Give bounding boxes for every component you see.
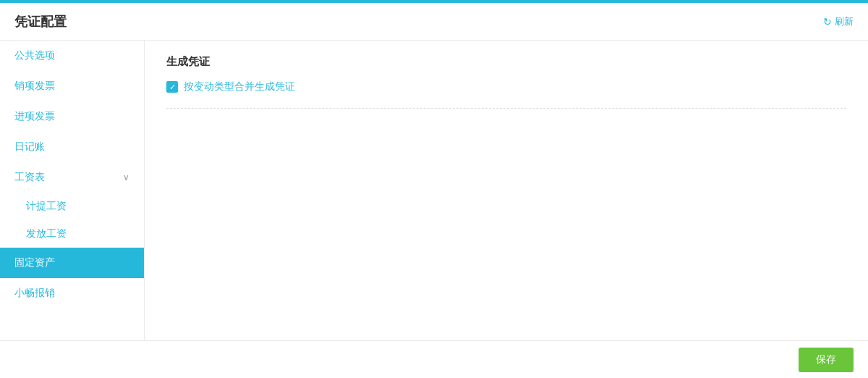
sidebar-item-pay-salary[interactable]: 发放工资 <box>0 220 144 248</box>
merge-checkbox[interactable] <box>166 81 178 93</box>
sidebar-item-label: 工资表 <box>14 171 45 184</box>
section-divider <box>166 108 846 109</box>
checkbox-label: 按变动类型合并生成凭证 <box>184 80 295 93</box>
header: 凭证配置 ↻ 刷新 <box>0 3 868 41</box>
chevron-down-icon: ∨ <box>123 172 129 182</box>
main-content: 生成凭证 按变动类型合并生成凭证 <box>145 41 868 340</box>
sidebar-item-label: 日记账 <box>14 140 45 154</box>
sidebar-item-calc-salary[interactable]: 计提工资 <box>0 193 144 220</box>
sidebar-item-sales-invoice[interactable]: 销项发票 <box>0 71 144 101</box>
checkbox-row: 按变动类型合并生成凭证 <box>166 80 846 93</box>
sidebar-item-label: 公共选项 <box>14 49 55 62</box>
content-area: 公共选项 销项发票 进项发票 日记账 工资表 ∨ 计提工资 发放工资 固定资 <box>0 41 868 340</box>
footer: 保存 <box>0 340 868 378</box>
sidebar: 公共选项 销项发票 进项发票 日记账 工资表 ∨ 计提工资 发放工资 固定资 <box>0 41 145 340</box>
refresh-label: 刷新 <box>835 15 854 28</box>
sidebar-item-purchase-invoice[interactable]: 进项发票 <box>0 101 144 132</box>
sidebar-item-journal[interactable]: 日记账 <box>0 132 144 162</box>
page-wrapper: 凭证配置 ↻ 刷新 公共选项 销项发票 进项发票 日记账 工资表 ∨ <box>0 0 868 378</box>
sidebar-item-label: 固定资产 <box>14 256 55 269</box>
page-title: 凭证配置 <box>14 13 67 30</box>
sidebar-item-expense[interactable]: 小畅报销 <box>0 278 144 308</box>
section-title: 生成凭证 <box>166 55 846 69</box>
sidebar-item-label: 进项发票 <box>14 110 55 123</box>
sidebar-item-fixed-assets[interactable]: 固定资产 <box>0 248 144 278</box>
save-button[interactable]: 保存 <box>799 348 854 372</box>
refresh-icon: ↻ <box>823 16 832 28</box>
sidebar-item-label: 销项发票 <box>14 80 55 93</box>
sidebar-item-label: 小畅报销 <box>14 287 55 300</box>
sidebar-item-public[interactable]: 公共选项 <box>0 41 144 71</box>
sidebar-item-payroll[interactable]: 工资表 ∨ <box>0 162 144 193</box>
refresh-button[interactable]: ↻ 刷新 <box>823 15 854 28</box>
sidebar-sub-item-label: 发放工资 <box>26 227 67 239</box>
sidebar-sub-item-label: 计提工资 <box>26 200 67 211</box>
